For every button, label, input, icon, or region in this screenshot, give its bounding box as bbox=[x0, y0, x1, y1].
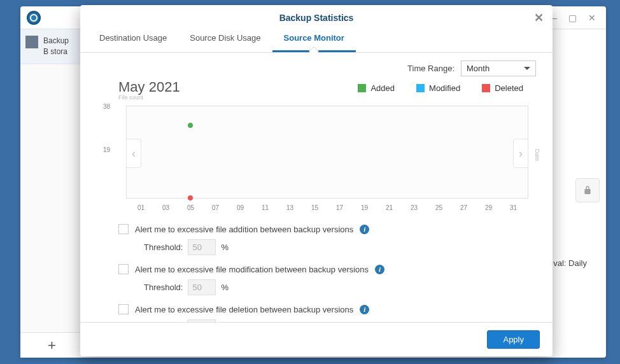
swatch-deleted-icon bbox=[482, 84, 490, 92]
threshold-label: Threshold: bbox=[144, 283, 183, 292]
sidebar: Backup B stora + bbox=[20, 29, 84, 358]
ytick-19: 19 bbox=[103, 146, 110, 153]
tab-source-monitor[interactable]: Source Monitor bbox=[272, 27, 356, 52]
lock-icon bbox=[582, 185, 593, 195]
info-icon[interactable]: i bbox=[360, 305, 369, 314]
chart-title: May 2021 bbox=[118, 79, 358, 95]
data-point-deleted bbox=[188, 195, 193, 200]
sidebar-task-text: Backup B stora bbox=[43, 36, 69, 57]
alert-addition-label: Alert me to excessive file addition betw… bbox=[135, 225, 353, 234]
tab-destination-usage[interactable]: Destination Usage bbox=[88, 27, 178, 52]
interval-text: val: Daily bbox=[553, 258, 587, 268]
plot-area bbox=[126, 106, 528, 199]
sidebar-task-line1: Backup bbox=[43, 36, 69, 46]
add-task-button[interactable]: + bbox=[20, 332, 83, 358]
x-axis-ticks: 0103 0507 0911 1315 1719 2123 2527 2931 bbox=[126, 204, 528, 211]
ytick-38: 38 bbox=[103, 103, 110, 110]
alert-deletion-label: Alert me to excessive file deletion betw… bbox=[135, 305, 353, 314]
threshold-modification-input[interactable] bbox=[188, 279, 216, 295]
alert-modification-row: Alert me to excessive file modification … bbox=[118, 260, 536, 278]
time-range-select[interactable]: Month bbox=[461, 60, 536, 76]
calendar-icon bbox=[25, 36, 38, 48]
legend-modified: Modified bbox=[416, 83, 460, 93]
threshold-addition-row: Threshold: % bbox=[144, 238, 536, 260]
close-icon[interactable]: ✕ bbox=[532, 11, 545, 24]
app-logo-icon bbox=[27, 11, 41, 25]
info-icon[interactable]: i bbox=[375, 265, 384, 274]
dialog-title: Backup Statistics ✕ bbox=[80, 5, 553, 27]
time-range-label: Time Range: bbox=[407, 64, 454, 73]
chart-next-button[interactable]: › bbox=[513, 139, 528, 168]
chart: 38 19 ‹ › 0103 0507 0911 1315 1719 2123 … bbox=[97, 102, 536, 214]
percent-label: % bbox=[221, 283, 229, 292]
alert-addition-checkbox[interactable] bbox=[118, 224, 129, 234]
x-axis-label: Date bbox=[534, 149, 540, 161]
swatch-added-icon bbox=[358, 84, 366, 92]
alert-deletion-checkbox[interactable] bbox=[118, 304, 129, 314]
chart-legend: Added Modified Deleted bbox=[358, 83, 536, 93]
apply-button[interactable]: Apply bbox=[487, 330, 540, 349]
lock-panel[interactable] bbox=[575, 178, 600, 202]
window-controls: — ▢ ✕ bbox=[548, 13, 601, 23]
alert-modification-label: Alert me to excessive file modification … bbox=[135, 265, 369, 274]
alert-modification-checkbox[interactable] bbox=[118, 264, 129, 274]
chevron-down-icon bbox=[524, 67, 530, 73]
close-window-icon[interactable]: ✕ bbox=[588, 13, 596, 23]
threshold-addition-input[interactable] bbox=[188, 239, 216, 255]
time-range-value: Month bbox=[467, 64, 490, 73]
maximize-icon[interactable]: ▢ bbox=[568, 13, 577, 23]
swatch-modified-icon bbox=[416, 84, 425, 92]
dialog-footer: Apply bbox=[80, 322, 553, 356]
data-point-added bbox=[188, 123, 193, 128]
alert-deletion-row: Alert me to excessive file deletion betw… bbox=[118, 300, 536, 318]
legend-deleted: Deleted bbox=[482, 83, 523, 93]
sidebar-task-line2: B stora bbox=[43, 46, 69, 57]
tab-source-disk-usage[interactable]: Source Disk Usage bbox=[178, 27, 272, 52]
threshold-label: Threshold: bbox=[144, 242, 183, 252]
percent-label: % bbox=[221, 242, 229, 252]
tab-bar: Destination Usage Source Disk Usage Sour… bbox=[80, 27, 553, 53]
time-range-control: Time Range: Month bbox=[97, 60, 536, 76]
backup-statistics-dialog: Backup Statistics ✕ Destination Usage So… bbox=[80, 5, 553, 356]
alert-addition-row: Alert me to excessive file addition betw… bbox=[118, 220, 536, 238]
sidebar-task[interactable]: Backup B stora bbox=[20, 29, 83, 64]
info-icon[interactable]: i bbox=[360, 225, 369, 234]
threshold-modification-row: Threshold: % bbox=[144, 278, 536, 300]
chart-prev-button[interactable]: ‹ bbox=[126, 139, 141, 168]
legend-added: Added bbox=[358, 83, 395, 93]
